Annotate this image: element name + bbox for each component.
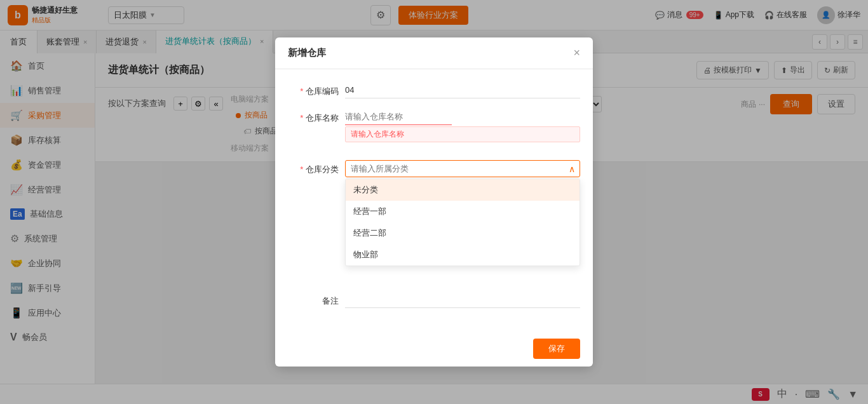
dropdown-item-ops1[interactable]: 经营一部 (346, 201, 580, 222)
name-input[interactable] (345, 109, 452, 125)
warehouse-modal: 新增仓库 × 仓库编码 仓库名称 请输入仓库名称 仓库分类 ∧ 未分类 (275, 37, 593, 367)
dropdown-item-ops2[interactable]: 经营二部 (346, 222, 580, 244)
name-error-message: 请输入仓库名称 (345, 126, 580, 142)
form-row-remark: 备注 (288, 292, 580, 308)
form-row-code: 仓库编码 (288, 82, 580, 98)
modal-header: 新增仓库 × (275, 37, 593, 69)
modal-title: 新增仓库 (288, 47, 326, 59)
category-dropdown: 未分类 经营一部 经营二部 物业部 (345, 178, 580, 266)
form-row-name: 仓库名称 请输入仓库名称 (288, 109, 580, 142)
form-row-category: 仓库分类 ∧ 未分类 经营一部 经营二部 物业部 (288, 160, 580, 177)
remark-label: 备注 (288, 292, 339, 307)
code-label: 仓库编码 (288, 82, 339, 97)
code-input[interactable] (345, 82, 580, 98)
modal-body: 仓库编码 仓库名称 请输入仓库名称 仓库分类 ∧ 未分类 经营一部 经营二部 (275, 69, 593, 331)
dropdown-item-unclassified[interactable]: 未分类 (346, 179, 580, 201)
remark-input[interactable] (345, 292, 580, 308)
modal-close-button[interactable]: × (573, 46, 580, 60)
name-label: 仓库名称 (288, 109, 339, 124)
modal-footer: 保存 (275, 331, 593, 367)
category-label: 仓库分类 (288, 160, 339, 175)
category-dropdown-arrow[interactable]: ∧ (569, 164, 575, 174)
category-select-wrapper: ∧ 未分类 经营一部 经营二部 物业部 (345, 160, 580, 177)
dropdown-item-property[interactable]: 物业部 (346, 244, 580, 266)
save-button[interactable]: 保存 (533, 339, 580, 359)
category-input[interactable] (345, 160, 580, 177)
name-field-wrapper: 请输入仓库名称 (345, 109, 580, 142)
